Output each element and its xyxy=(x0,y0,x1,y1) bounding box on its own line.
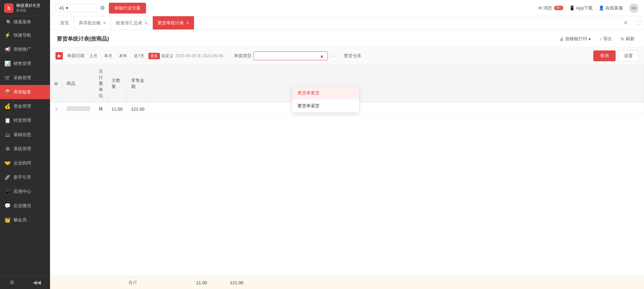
download-icon: 📱 xyxy=(569,5,575,10)
date-opt-last-month[interactable]: 上月 xyxy=(87,52,100,60)
dropdown-item-return[interactable]: 要货单退货 xyxy=(292,99,359,112)
avatar-name: Rit xyxy=(631,6,636,10)
refresh-button[interactable]: ↻ 刷新 xyxy=(618,35,637,43)
col-settings-icon[interactable]: ⚙ xyxy=(50,65,63,103)
col-unit: 主计量单位 xyxy=(95,65,108,103)
tab-order-stats[interactable]: 要货单统计表✕ xyxy=(153,16,194,29)
dropdown-item-delivery[interactable]: 要货单要货 xyxy=(292,87,359,99)
tab-close-inventory-batch[interactable]: ✕ xyxy=(103,21,106,25)
export-button[interactable]: ↑ 导出 xyxy=(597,35,615,43)
type-select-box[interactable]: ▲ xyxy=(254,51,328,60)
sidebar-item-app-center[interactable]: 📱 应用中心 xyxy=(0,184,50,199)
sidebar-item-purchase[interactable]: 🛒 采购管理 xyxy=(0,71,50,85)
sidebar-item-membership[interactable]: 👑 畅会员 xyxy=(0,213,50,227)
refresh-icon: ↻ xyxy=(621,37,624,42)
messages-item[interactable]: ✉ 消息 99+ xyxy=(538,5,563,11)
tab-label-receive-send-summary: 收发存汇总表 xyxy=(116,20,142,26)
filter-more-icon[interactable]: ··· xyxy=(331,52,336,60)
export-icon: ↑ xyxy=(600,37,602,42)
sidebar-item-icon-membership: 👑 xyxy=(4,217,11,223)
print-chevron-icon: ▾ xyxy=(589,37,591,42)
sidebar-search[interactable]: 🔍 搜索菜单 xyxy=(0,16,50,28)
sidebar-item-label-operations: 经营管理 xyxy=(14,117,31,124)
service-label: 在线客服 xyxy=(605,5,623,11)
messages-badge: 99+ xyxy=(554,6,563,10)
footer-label: 合计 xyxy=(128,280,196,286)
sidebar-item-label-quick-nav: 快捷导航 xyxy=(14,32,31,38)
sidebar-item-system[interactable]: ⚙ 系统管理 xyxy=(0,142,50,156)
row-product xyxy=(63,103,95,116)
row-main-qty: 11.00 xyxy=(108,103,127,116)
settings-icon[interactable]: ⚙ xyxy=(9,279,14,286)
sidebar-item-quick-nav[interactable]: ⚡ 快捷导航 xyxy=(0,28,50,42)
sidebar-item-inventory[interactable]: 📦 库存核算 xyxy=(0,85,50,99)
sidebar-item-label-cooperation: 企业协同 xyxy=(14,160,31,166)
sidebar-item-guide[interactable]: 🚀 新手引导 xyxy=(0,170,50,184)
sidebar-item-label-inventory: 库存核算 xyxy=(14,89,31,95)
sidebar-item-finance[interactable]: 💰 资金管理 xyxy=(0,99,50,113)
tab-home[interactable]: 首页 xyxy=(55,16,74,29)
row-index: 1 xyxy=(50,103,63,116)
date-opt-more[interactable]: 更多 xyxy=(148,53,160,59)
app-subtitle: 标准版 xyxy=(16,8,41,13)
date-opt-this-year[interactable]: 本年 xyxy=(116,52,130,60)
date-opt-custom[interactable]: 自定义 xyxy=(161,53,173,59)
sidebar-item-label-guide: 新手引导 xyxy=(14,174,31,180)
tab-receive-send-summary[interactable]: 收发存汇总表✕ xyxy=(111,16,153,29)
sidebar-item-sales[interactable]: 📊 销售管理 xyxy=(0,57,50,71)
date-filter-label: 单据日期 xyxy=(67,53,85,59)
date-opt-this-month[interactable]: 本月 xyxy=(101,52,115,60)
refresh-label: 刷新 xyxy=(626,36,635,42)
type-filter-label: 单据类型 xyxy=(234,53,252,59)
print-button[interactable]: 🖨 按模板打印 ▾ xyxy=(557,35,594,43)
avatar[interactable]: Rit xyxy=(629,3,639,13)
sidebar-bottom: ⚙ ◀◀ xyxy=(0,275,50,289)
footer-main-qty: 11.00 xyxy=(196,280,230,285)
sidebar-item-cooperation[interactable]: 🤝 企业协同 xyxy=(0,156,50,170)
row-unit: 块 xyxy=(95,103,108,116)
sidebar-item-operations[interactable]: 📋 经营管理 xyxy=(0,113,50,128)
type-select-input[interactable] xyxy=(257,53,319,59)
warehouse-filter-group: 要货仓库 xyxy=(344,53,361,59)
filter-right: 查询 设置 xyxy=(593,50,639,61)
sidebar-item-icon-marketing: 📢 xyxy=(4,46,11,53)
app-logo-icon: b xyxy=(4,3,14,13)
tab-close-order-stats[interactable]: ✕ xyxy=(186,21,189,25)
date-options: 上月 本月 本年 近7天 更多 自定义 xyxy=(87,52,173,60)
sidebar-item-icon-basic-info: 🗂 xyxy=(4,131,11,138)
date-filter-group: 单据日期 上月 本月 本年 近7天 更多 自定义 2023-05-06 至 20… xyxy=(67,52,223,60)
topbar-right: ✉ 消息 99+ 📱 App下载 👤 在线客服 Rit xyxy=(538,3,639,13)
collapse-icon[interactable]: ◀◀ xyxy=(33,279,41,286)
maximize-icon[interactable]: ⛶ xyxy=(633,20,644,26)
query-button[interactable]: 查询 xyxy=(593,50,616,61)
date-opt-7days[interactable]: 近7天 xyxy=(131,52,147,60)
tab-inventory-batch[interactable]: 库存批次账✕ xyxy=(74,16,111,29)
close-all-tabs-button[interactable]: ✕ xyxy=(619,20,633,26)
col-main-qty: 主数量 xyxy=(108,65,127,103)
print-label: 按模板打印 xyxy=(565,36,587,42)
sidebar-item-label-basic-info: 基础信息 xyxy=(14,132,31,138)
service-item[interactable]: 👤 在线客服 xyxy=(599,5,623,11)
download-item[interactable]: 📱 App下载 xyxy=(569,5,593,11)
filter-expand-button[interactable]: ▶ xyxy=(55,52,63,60)
messages-label: 消息 xyxy=(543,5,552,11)
sidebar-item-marketing[interactable]: 📢 营销推广 xyxy=(0,42,50,57)
row-extra xyxy=(149,103,644,116)
trial-button[interactable]: 体验行业方案 xyxy=(109,3,146,14)
sidebar-item-basic-info[interactable]: 🗂 基础信息 xyxy=(0,128,50,142)
topbar-settings-icon[interactable]: ⚙ xyxy=(100,5,105,11)
selector-chevron-icon: ▾ xyxy=(66,5,68,10)
sidebar-item-icon-cooperation: 🤝 xyxy=(4,160,11,166)
company-selector[interactable]: 41 ▾ xyxy=(55,4,96,12)
settings-button[interactable]: 设置 xyxy=(618,50,639,61)
sidebar: b 畅捷通好生意 标准版 🔍 搜索菜单 ⚡ 快捷导航 📢 营销推广 📊 销售管理… xyxy=(0,0,50,289)
sidebar-item-label-wechat: 企业微信 xyxy=(14,203,31,209)
type-select-chevron-icon[interactable]: ▲ xyxy=(319,53,324,59)
page-content: 要货单统计表(按商品) 🖨 按模板打印 ▾ ↑ 导出 ↻ 刷新 ▶ xyxy=(50,30,644,289)
row-retail-amount: 121.00 xyxy=(127,103,149,116)
tab-close-receive-send-summary[interactable]: ✕ xyxy=(144,21,148,25)
sidebar-item-icon-system: ⚙ xyxy=(4,146,11,152)
col-retail-amount: 零售金额 xyxy=(127,65,149,103)
sidebar-item-label-purchase: 采购管理 xyxy=(14,75,31,81)
sidebar-item-wechat[interactable]: 💬 企业微信 xyxy=(0,199,50,213)
